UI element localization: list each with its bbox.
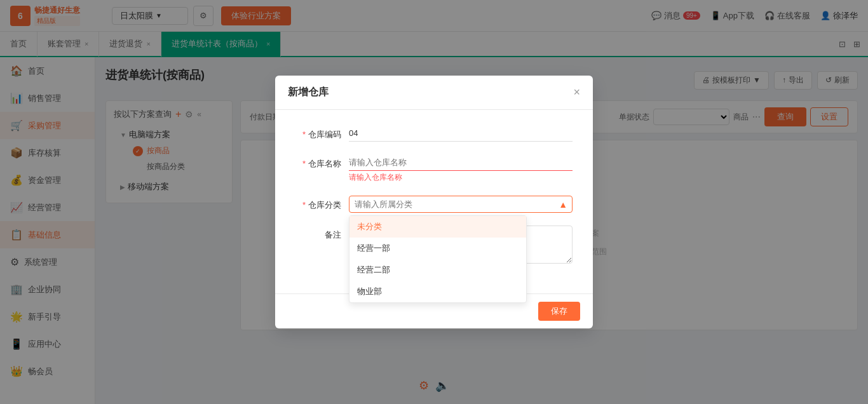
dialog-title: 新增仓库: [288, 86, 329, 99]
dropdown-item-0[interactable]: 未分类: [349, 216, 526, 238]
code-control: [349, 125, 573, 142]
code-input[interactable]: [349, 125, 573, 142]
dropdown-item-2[interactable]: 经营二部: [349, 259, 526, 281]
category-input[interactable]: [349, 196, 573, 213]
dropdown-item-1[interactable]: 经营一部: [349, 238, 526, 259]
category-label: 仓库分类: [295, 196, 341, 211]
new-warehouse-dialog: 新增仓库 × 仓库编码 仓库名称 请输入仓库名称 仓库分类 ▲: [275, 76, 593, 328]
note-label: 备注: [295, 226, 341, 241]
name-error-msg: 请输入仓库名称: [349, 172, 573, 183]
form-row-code: 仓库编码: [295, 125, 573, 142]
category-input-box: ▲: [349, 196, 573, 213]
form-row-name: 仓库名称 请输入仓库名称: [295, 154, 573, 183]
dialog-close-button[interactable]: ×: [573, 86, 580, 99]
category-dropdown: 未分类 经营一部 经营二部 物业部: [349, 215, 527, 303]
name-input[interactable]: [349, 154, 573, 171]
name-control: 请输入仓库名称: [349, 154, 573, 183]
dialog-body: 仓库编码 仓库名称 请输入仓库名称 仓库分类 ▲ 未分类: [275, 110, 593, 293]
code-label: 仓库编码: [295, 125, 341, 140]
chevron-up-icon[interactable]: ▲: [559, 199, 567, 210]
form-row-category: 仓库分类 ▲ 未分类 经营一部 经营二部 物业部: [295, 196, 573, 213]
name-label: 仓库名称: [295, 154, 341, 170]
dropdown-item-3[interactable]: 物业部: [349, 281, 526, 302]
save-button[interactable]: 保存: [538, 302, 580, 321]
category-control: ▲ 未分类 经营一部 经营二部 物业部: [349, 196, 573, 213]
dialog-header: 新增仓库 ×: [275, 76, 593, 110]
